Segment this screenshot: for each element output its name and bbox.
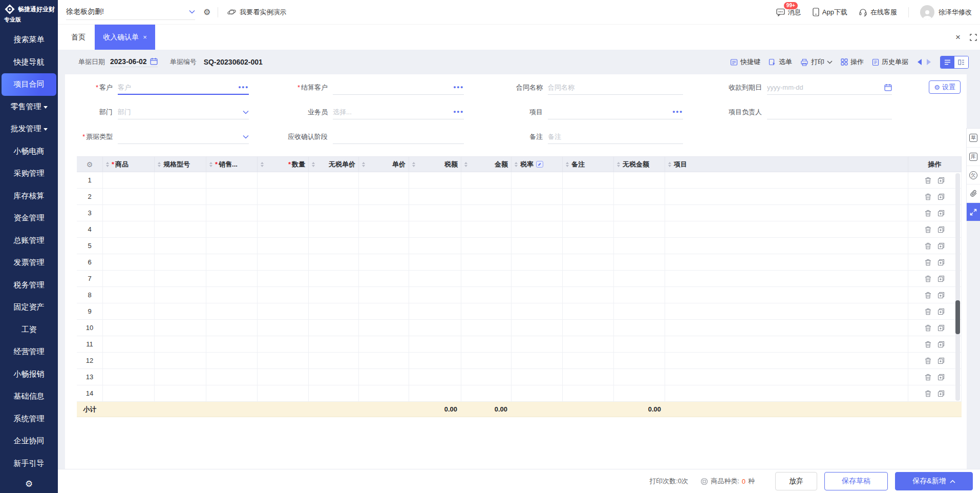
cell-amount-notax[interactable] (614, 205, 665, 221)
user-menu[interactable]: 徐泽华修改 (920, 5, 972, 19)
cell-amount[interactable] (461, 336, 512, 352)
sidebar-item-发票管理[interactable]: 发票管理 (0, 252, 58, 274)
cell-price-notax[interactable] (309, 320, 359, 336)
sort-arrows[interactable] (668, 162, 671, 167)
rail-draft-button[interactable]: 草 (967, 129, 980, 147)
cell-amount[interactable] (461, 353, 512, 368)
cell-sales[interactable] (206, 320, 258, 336)
cell-sales[interactable] (206, 385, 258, 401)
cell-tax-rate[interactable] (512, 271, 563, 286)
delete-row-icon[interactable] (925, 210, 931, 217)
cell-spec[interactable] (155, 303, 206, 319)
more-options-icon[interactable]: ●●● (236, 85, 249, 90)
cell-sales[interactable] (206, 336, 258, 352)
copy-row-button[interactable] (938, 341, 945, 348)
cell-price-notax[interactable] (309, 287, 359, 303)
delete-row-icon[interactable] (925, 341, 931, 348)
column-header-sales[interactable]: *销售... (206, 157, 258, 172)
save-new-button[interactable]: 保存&新增 (895, 472, 973, 490)
cell-tax[interactable] (409, 221, 461, 237)
cell-amount[interactable] (461, 320, 512, 336)
copy-row-button[interactable] (938, 210, 945, 217)
cell-project[interactable] (665, 369, 908, 385)
column-header-tax[interactable]: 税额 (409, 157, 461, 172)
cell-product[interactable] (103, 189, 155, 204)
copy-row-icon[interactable] (938, 193, 945, 200)
column-header-spec[interactable]: 规格型号 (155, 157, 206, 172)
copy-row-icon[interactable] (938, 242, 945, 250)
copy-row-button[interactable] (938, 324, 945, 332)
sidebar-item-快捷导航[interactable]: 快捷导航 (0, 51, 58, 74)
cell-spec[interactable] (155, 254, 206, 270)
rail-expand-button[interactable] (967, 202, 980, 221)
bill-date-field[interactable]: 2023-06-02 (110, 57, 158, 67)
cell-price[interactable] (359, 320, 409, 336)
sidebar-item-新手引导[interactable]: 新手引导 (0, 453, 58, 475)
cell-project[interactable] (665, 221, 908, 237)
calendar-icon[interactable] (882, 84, 892, 91)
cell-amount[interactable] (461, 189, 512, 204)
cell-amount[interactable] (461, 221, 512, 237)
cell-tax-rate[interactable] (512, 385, 563, 401)
delete-row-icon[interactable] (925, 275, 931, 282)
column-header-price[interactable]: 单价 (359, 157, 409, 172)
cell-project[interactable] (665, 336, 908, 352)
delete-row-button[interactable] (925, 193, 931, 200)
cell-tax-rate[interactable] (512, 221, 563, 237)
next-bill-arrow[interactable] (927, 59, 931, 65)
cell-project[interactable] (665, 254, 908, 270)
more-options-icon[interactable]: ●●● (451, 110, 464, 114)
cell-tax-rate[interactable] (512, 205, 563, 221)
cell-price[interactable] (359, 385, 409, 401)
sort-arrows[interactable] (209, 162, 212, 167)
sidebar-item-小畅报销[interactable]: 小畅报销 (0, 363, 58, 386)
delete-row-button[interactable] (925, 341, 931, 348)
cell-note[interactable] (563, 385, 614, 401)
column-header-tax-rate[interactable]: 税率 (512, 157, 563, 172)
sidebar-item-项目合同[interactable]: 项目合同 (2, 73, 56, 96)
prev-bill-arrow[interactable] (918, 59, 922, 65)
cell-sales[interactable] (206, 369, 258, 385)
copy-row-button[interactable] (938, 292, 945, 299)
copy-row-icon[interactable] (938, 226, 945, 233)
rail-owe-button[interactable]: 欠 (967, 166, 980, 184)
cell-amount[interactable] (461, 385, 512, 401)
cell-product[interactable] (103, 205, 155, 221)
delete-row-icon[interactable] (925, 292, 931, 299)
edit-icon[interactable] (536, 161, 543, 168)
cell-note[interactable] (563, 287, 614, 303)
cell-spec[interactable] (155, 287, 206, 303)
cell-note[interactable] (563, 254, 614, 270)
sidebar-item-工资[interactable]: 工资 (0, 319, 58, 341)
cell-price-notax[interactable] (309, 303, 359, 319)
sidebar-item-采购管理[interactable]: 采购管理 (0, 162, 58, 185)
column-header-product[interactable]: *商品 (103, 157, 155, 172)
column-header-amount[interactable]: 金额 (461, 157, 512, 172)
cancel-button[interactable]: 放弃 (775, 472, 817, 490)
cell-tax-rate[interactable] (512, 303, 563, 319)
cell-tax-rate[interactable] (512, 369, 563, 385)
cell-price[interactable] (359, 189, 409, 204)
cell-product[interactable] (103, 385, 155, 401)
cell-spec[interactable] (155, 369, 206, 385)
cell-spec[interactable] (155, 205, 206, 221)
calendar-icon[interactable] (150, 57, 158, 65)
cell-tax-rate[interactable] (512, 254, 563, 270)
sidebar-item-库存核算[interactable]: 库存核算 (0, 185, 58, 208)
copy-row-icon[interactable] (938, 357, 945, 364)
demo-link[interactable]: 我要看实例演示 (227, 8, 286, 17)
sidebar-settings-gear-icon[interactable]: ⚙ (0, 475, 58, 493)
cell-amount-notax[interactable] (614, 303, 665, 319)
cell-amount[interactable] (461, 172, 512, 188)
cell-price[interactable] (359, 271, 409, 286)
cell-qty[interactable] (258, 189, 309, 204)
cell-product[interactable] (103, 221, 155, 237)
copy-row-icon[interactable] (938, 324, 945, 332)
cell-note[interactable] (563, 303, 614, 319)
sort-arrows[interactable] (412, 162, 415, 167)
sidebar-item-基础信息[interactable]: 基础信息 (0, 385, 58, 408)
cell-amount-notax[interactable] (614, 336, 665, 352)
delete-row-icon[interactable] (925, 324, 931, 332)
save-draft-button[interactable]: 保存草稿 (824, 472, 888, 490)
sort-arrows[interactable] (566, 162, 569, 167)
